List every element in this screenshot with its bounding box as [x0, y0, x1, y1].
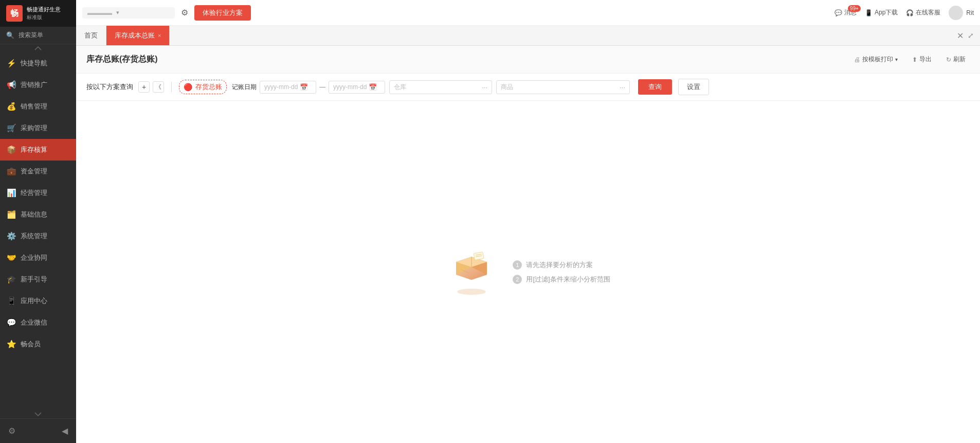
sidebar-scroll-down[interactable]: [0, 410, 76, 418]
topbar-search-text: ▬▬▬▬: [87, 9, 112, 16]
topbar-service[interactable]: 🎧 在线客服: [906, 8, 940, 17]
refresh-label: 刷新: [953, 55, 966, 64]
print-label: 按模板打印: [862, 55, 893, 64]
settings-btn[interactable]: 设置: [678, 79, 709, 95]
calendar-end-icon: 📅: [369, 83, 377, 91]
sidebar-item-purchase[interactable]: 🛒 采购管理: [0, 117, 76, 139]
tabs-right-actions: ✕ ⤢: [955, 29, 980, 43]
query-btn[interactable]: 查询: [638, 79, 672, 95]
message-badge: 99+: [848, 5, 861, 12]
export-label: 导出: [919, 55, 932, 64]
sidebar-search-label: 搜索菜单: [19, 31, 43, 40]
tip-text-1: 请先选择要分析的方案: [526, 260, 593, 270]
sidebar-item-sales-label: 销售管理: [21, 102, 47, 111]
sidebar-item-purchase-label: 采购管理: [21, 123, 47, 133]
goods-more-icon: ···: [620, 83, 625, 91]
empty-illustration: [446, 246, 497, 298]
sales-icon: 💰: [6, 101, 16, 112]
sidebar-item-operation-label: 经营管理: [21, 188, 47, 198]
sidebar-item-corp[interactable]: 🤝 企业协同: [0, 247, 76, 269]
sidebar-item-operation[interactable]: 📊 经营管理: [0, 182, 76, 204]
basic-icon: 🗂️: [6, 209, 16, 220]
app-label: App下载: [875, 8, 898, 17]
date-separator: —: [319, 83, 325, 91]
main-content: ▬▬▬▬ ▾ ⚙ 体验行业方案 💬 消息 99+ 📱 App下载 🎧 在线客服 …: [76, 0, 980, 443]
sidebar-item-shortcut[interactable]: ⚡ 快捷导航: [0, 52, 76, 74]
sidebar-item-appstore-label: 应用中心: [21, 296, 47, 306]
tab-close-icon[interactable]: ×: [158, 32, 161, 39]
empty-tips: 1 请先选择要分析的方案 2 用[过滤]条件来缩小分析范围: [513, 260, 610, 284]
sidebar-item-wechat[interactable]: 💬 企业微信: [0, 312, 76, 333]
corp-icon: 🤝: [6, 253, 16, 263]
topbar-search[interactable]: ▬▬▬▬ ▾: [82, 7, 175, 19]
logo-subtitle: 标准版: [27, 14, 61, 21]
sidebar-item-inventory[interactable]: 📦 库存核算: [0, 139, 76, 161]
filter-collapse-btn[interactable]: 《: [153, 81, 164, 93]
empty-box-svg: [446, 246, 497, 298]
empty-area: 1 请先选择要分析的方案 2 用[过滤]条件来缩小分析范围: [76, 101, 980, 443]
tab-inventory-ledger[interactable]: 库存成本总账 ×: [106, 26, 170, 45]
filter-divider: [171, 82, 172, 92]
refresh-btn[interactable]: ↻ 刷新: [942, 53, 970, 66]
user-name: Rit: [966, 9, 974, 16]
sidebar-footer: ⚙ ◀: [0, 418, 76, 443]
date-field-label: 记账日期: [232, 83, 257, 92]
search-icon: 🔍: [6, 31, 14, 39]
refresh-icon: ↻: [946, 56, 951, 63]
sidebar-item-system[interactable]: ⚙️ 系统管理: [0, 225, 76, 247]
tip-text-2: 用[过滤]条件来缩小分析范围: [526, 275, 610, 284]
tip-num-2: 2: [513, 275, 522, 284]
service-label: 在线客服: [916, 8, 940, 17]
tab-close-all-btn[interactable]: ✕: [955, 29, 966, 43]
settings-footer-btn[interactable]: ⚙: [6, 424, 17, 438]
sidebar-logo: 畅 畅捷通好生意 标准版: [0, 0, 76, 27]
tab-expand-btn[interactable]: ⤢: [966, 29, 976, 42]
sidebar-item-finance-label: 资金管理: [21, 167, 47, 176]
export-btn[interactable]: ⬆ 导出: [908, 53, 936, 66]
sidebar-item-inventory-label: 库存核算: [21, 145, 47, 154]
sidebar-item-marketing[interactable]: 📢 营销推广: [0, 74, 76, 96]
topbar-gear-icon[interactable]: ⚙: [179, 6, 190, 20]
topbar-user[interactable]: Rit: [949, 6, 974, 20]
filter-add-btn[interactable]: +: [138, 81, 150, 93]
sidebar-scroll-up[interactable]: [0, 44, 76, 52]
operation-icon: 📊: [6, 188, 16, 198]
newbie-icon: 🎓: [6, 274, 16, 285]
sidebar-item-finance[interactable]: 💼 资金管理: [0, 161, 76, 182]
sidebar-item-shortcut-label: 快捷导航: [21, 59, 47, 68]
sidebar-item-appstore[interactable]: 📱 应用中心: [0, 290, 76, 312]
date-end-input[interactable]: yyyy-mm-dd 📅: [329, 81, 385, 94]
sidebar-item-basic[interactable]: 🗂️ 基础信息: [0, 204, 76, 225]
sidebar-item-vip[interactable]: ⭐ 畅会员: [0, 333, 76, 355]
tabs-bar: 首页 库存成本总账 × ✕ ⤢: [76, 26, 980, 46]
warehouse-selector[interactable]: 仓库 ···: [389, 80, 492, 94]
app-icon: 📱: [865, 9, 873, 16]
chevron-down-icon: [34, 412, 42, 416]
goods-selector[interactable]: 商品 ···: [496, 80, 630, 94]
collapse-sidebar-btn[interactable]: ◀: [60, 424, 70, 438]
wechat-icon: 💬: [6, 317, 16, 328]
topbar-dropdown-icon: ▾: [116, 9, 119, 16]
logo-icon: 畅: [6, 5, 23, 22]
print-btn[interactable]: 🖨 按模板打印 ▾: [850, 53, 902, 66]
topbar-message[interactable]: 💬 消息 99+: [834, 8, 857, 17]
date-start-input[interactable]: yyyy-mm-dd 📅: [260, 81, 316, 94]
user-avatar: [949, 6, 963, 20]
sidebar-item-sales[interactable]: 💰 销售管理: [0, 96, 76, 117]
topbar-app-download[interactable]: 📱 App下载: [865, 8, 898, 17]
tab-home-label: 首页: [84, 31, 98, 40]
tab-home[interactable]: 首页: [76, 26, 106, 45]
shortcut-icon: ⚡: [6, 58, 16, 68]
topbar-right: 💬 消息 99+ 📱 App下载 🎧 在线客服 Rit: [834, 6, 974, 20]
industry-btn[interactable]: 体验行业方案: [194, 5, 251, 21]
filter-scheme-item[interactable]: 🔴 存货总账: [179, 80, 227, 94]
sidebar-item-system-label: 系统管理: [21, 232, 47, 241]
sidebar-item-newbie[interactable]: 🎓 新手引导: [0, 269, 76, 290]
scheme-label: 存货总账: [195, 82, 222, 92]
empty-tip-2: 2 用[过滤]条件来缩小分析范围: [513, 275, 610, 284]
sidebar-search[interactable]: 🔍 搜索菜单: [0, 27, 76, 44]
page-content: 库存总账(存货总账) 🖨 按模板打印 ▾ ⬆ 导出 ↻ 刷新 按以下方案查询: [76, 46, 980, 443]
date-field-group: 记账日期 yyyy-mm-dd 📅 — yyyy-mm-dd 📅: [232, 81, 385, 94]
export-icon: ⬆: [912, 56, 917, 63]
page-actions: 🖨 按模板打印 ▾ ⬆ 导出 ↻ 刷新: [850, 53, 970, 66]
